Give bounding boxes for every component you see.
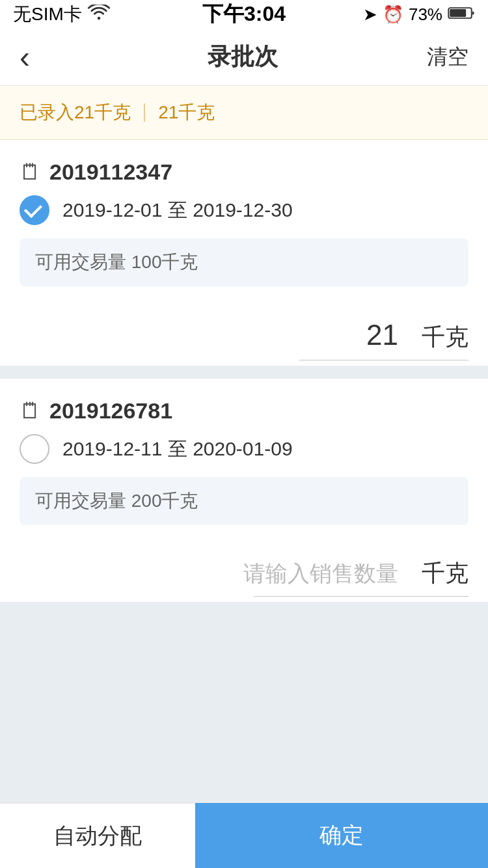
clear-button[interactable]: 清空 bbox=[427, 43, 468, 72]
batch-id-1: 2019112347 bbox=[49, 159, 172, 185]
bottom-buttons: 自动分配 确定 bbox=[0, 803, 488, 868]
confirm-button[interactable]: 确定 bbox=[195, 803, 488, 868]
svg-rect-1 bbox=[450, 9, 466, 17]
qty-underline-2 bbox=[254, 596, 468, 597]
qty-display-1: 21 千克 bbox=[366, 319, 468, 353]
status-right: ➤ ⏰ 73% bbox=[363, 5, 475, 25]
alarm-icon: ⏰ bbox=[383, 5, 403, 25]
nav-bar: ‹ 录批次 清空 bbox=[0, 29, 488, 86]
qty-unit-2: 千克 bbox=[422, 558, 468, 590]
total-label: 21千克 bbox=[158, 100, 215, 125]
batch-date-row-2[interactable]: 2019-12-11 至 2020-01-09 bbox=[20, 434, 468, 464]
batch-date-1: 2019-12-01 至 2019-12-30 bbox=[62, 197, 293, 224]
info-banner: 已录入21千克 21千克 bbox=[0, 86, 488, 140]
qty-value-1[interactable]: 21 bbox=[366, 319, 398, 351]
banner-divider bbox=[144, 103, 145, 122]
page-title: 录批次 bbox=[208, 41, 278, 73]
status-left: 无SIM卡 bbox=[13, 2, 111, 27]
radio-2[interactable] bbox=[20, 434, 49, 464]
batch-item-2: 🗒 2019126781 2019-12-11 至 2020-01-09 可用交… bbox=[0, 379, 488, 545]
back-button[interactable]: ‹ bbox=[20, 39, 59, 75]
qty-row-1: 21 千克 bbox=[0, 306, 488, 366]
qty-display-2: 请输入销售数量 千克 bbox=[243, 558, 468, 590]
location-icon: ➤ bbox=[363, 5, 377, 25]
available-qty-text-2: 可用交易量 200千克 bbox=[35, 491, 198, 511]
auto-distribute-button[interactable]: 自动分配 bbox=[0, 803, 195, 868]
batch-header-2: 🗒 2019126781 bbox=[20, 398, 468, 424]
batch-icon-2: 🗒 bbox=[20, 398, 42, 424]
battery-label: 73% bbox=[409, 5, 442, 25]
qty-placeholder-2[interactable]: 请输入销售数量 bbox=[243, 559, 398, 589]
status-time: 下午3:04 bbox=[202, 0, 286, 29]
qty-row-2: 请输入销售数量 千克 bbox=[0, 545, 488, 602]
status-bar: 无SIM卡 下午3:04 ➤ ⏰ 73% bbox=[0, 0, 488, 29]
batch-item-1: 🗒 2019112347 2019-12-01 至 2019-12-30 可用交… bbox=[0, 140, 488, 306]
network-label: 无SIM卡 bbox=[13, 2, 82, 27]
battery-icon bbox=[448, 5, 475, 25]
batch-id-2: 2019126781 bbox=[49, 398, 172, 424]
available-qty-text-1: 可用交易量 100千克 bbox=[35, 252, 198, 272]
available-qty-bar-2: 可用交易量 200千克 bbox=[20, 477, 468, 525]
radio-1[interactable] bbox=[20, 195, 49, 225]
qty-unit-1: 千克 bbox=[422, 321, 468, 353]
section-separator bbox=[0, 366, 488, 379]
batch-date-2: 2019-12-11 至 2020-01-09 bbox=[62, 436, 293, 463]
batch-icon-1: 🗒 bbox=[20, 159, 42, 185]
available-qty-bar-1: 可用交易量 100千克 bbox=[20, 238, 468, 286]
wifi-icon bbox=[87, 4, 111, 25]
recorded-label: 已录入21千克 bbox=[20, 100, 131, 125]
qty-underline-1 bbox=[299, 360, 468, 360]
batch-date-row-1[interactable]: 2019-12-01 至 2019-12-30 bbox=[20, 195, 468, 225]
batch-header-1: 🗒 2019112347 bbox=[20, 159, 468, 185]
